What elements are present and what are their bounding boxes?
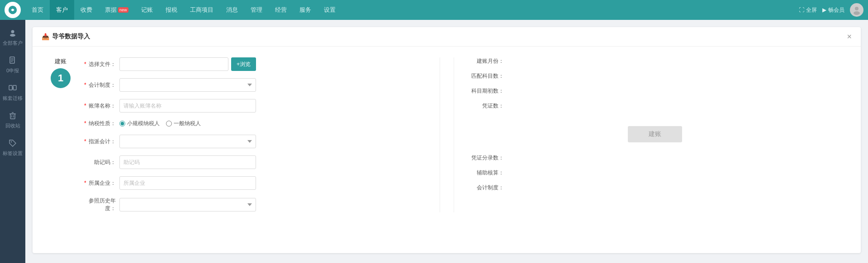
sidebar-label-declare: 0申报 bbox=[6, 67, 19, 74]
tax-type-row: * 纳税性质： 小规模纳税人 一般纳税人 bbox=[84, 120, 256, 127]
history-year-select[interactable] bbox=[119, 198, 256, 211]
radio-general-input[interactable] bbox=[166, 121, 172, 127]
dialog-title: 📥 导爷数据导入 bbox=[42, 33, 90, 41]
dialog-header: 📥 导爷数据导入 × bbox=[33, 27, 861, 47]
browse-button[interactable]: +浏览 bbox=[231, 57, 256, 71]
nav-business[interactable]: 工商项目 bbox=[184, 0, 220, 20]
company-input[interactable] bbox=[119, 176, 256, 190]
nav-customer[interactable]: 客户 bbox=[50, 0, 74, 20]
user-icon bbox=[8, 28, 18, 38]
sidebar-item-migrate[interactable]: 账套迁移 bbox=[0, 79, 25, 106]
info-label-month: 建账月份： bbox=[468, 57, 504, 65]
bookname-input[interactable] bbox=[119, 99, 256, 113]
build-btn-area: 建账 bbox=[468, 122, 843, 142]
sidebar-item-tags[interactable]: 标签设置 bbox=[0, 134, 25, 161]
memo-code-row: 助记码： bbox=[84, 155, 256, 169]
main-content: 📥 导爷数据导入 × 建账 1 bbox=[25, 20, 868, 263]
nav-operation[interactable]: 经营 bbox=[269, 0, 293, 20]
tag-icon bbox=[8, 138, 18, 148]
info-label-accounting-system: 会计制度： bbox=[468, 184, 504, 192]
nav-tax[interactable]: 报税 bbox=[159, 0, 184, 20]
assign-accountant-select[interactable] bbox=[119, 135, 256, 148]
svg-point-16 bbox=[11, 141, 12, 142]
sidebar-item-recycle[interactable]: 回收站 bbox=[0, 106, 25, 134]
accounting-system-select[interactable] bbox=[119, 78, 256, 92]
radio-general[interactable]: 一般纳税人 bbox=[166, 120, 201, 127]
info-label-initial: 科目期初数： bbox=[468, 87, 504, 95]
file-input-area: +浏览 bbox=[119, 57, 256, 71]
info-panel: 建账月份： 匹配科目数： 科目期初数： 凭证数： bbox=[454, 57, 843, 212]
nav-charge[interactable]: 收费 bbox=[74, 0, 99, 20]
assign-accountant-label: * 指派会计： bbox=[84, 138, 116, 146]
app-logo[interactable] bbox=[5, 2, 21, 18]
info-row-match: 匹配科目数： bbox=[468, 72, 843, 80]
assign-accountant-row: * 指派会计： bbox=[84, 135, 256, 148]
trash-icon bbox=[8, 111, 18, 121]
nav-invoice[interactable]: 票据 new bbox=[99, 0, 135, 20]
bookname-label: * 账簿名称： bbox=[84, 102, 116, 110]
accounting-system-row: * 会计制度： bbox=[84, 78, 256, 92]
form-fields: * 选择文件： +浏览 * 会计制度： bbox=[84, 57, 256, 212]
top-navigation: 首页 客户 收费 票据 new 记账 报税 工商项目 消息 管理 经营 服务 设… bbox=[0, 0, 868, 20]
dialog-card: 📥 导爷数据导入 × 建账 1 bbox=[33, 27, 861, 253]
memo-code-label: 助记码： bbox=[84, 159, 116, 166]
svg-rect-9 bbox=[9, 85, 12, 90]
required-star-5: * bbox=[84, 138, 86, 145]
form-panel: 建账 1 * 选择文件： +浏览 bbox=[51, 57, 426, 212]
avatar[interactable] bbox=[850, 3, 863, 17]
member-icon: ▶ bbox=[822, 7, 826, 13]
move-icon bbox=[8, 83, 18, 93]
dialog-title-text: 导爷数据导入 bbox=[52, 33, 90, 41]
accounting-system-label: * 会计制度： bbox=[84, 81, 116, 89]
radio-small-scale[interactable]: 小规模纳税人 bbox=[119, 120, 160, 127]
info-row-aux: 辅助核算： bbox=[468, 169, 843, 177]
sidebar-item-all-customers[interactable]: 全部客户 bbox=[0, 23, 25, 51]
step-label: 建账 bbox=[55, 57, 66, 66]
required-star-3: * bbox=[84, 103, 86, 109]
step-area: 建账 1 bbox=[51, 57, 71, 88]
file-icon bbox=[8, 56, 18, 66]
memo-code-input[interactable] bbox=[119, 155, 256, 169]
nav-bookkeeping[interactable]: 记账 bbox=[135, 0, 159, 20]
info-label-match: 匹配科目数： bbox=[468, 72, 504, 80]
sidebar-item-declare[interactable]: 0申报 bbox=[0, 51, 25, 79]
info-label-voucher: 凭证数： bbox=[468, 102, 504, 110]
svg-rect-10 bbox=[13, 85, 16, 90]
nav-manage[interactable]: 管理 bbox=[244, 0, 269, 20]
svg-rect-11 bbox=[10, 114, 15, 119]
sidebar-label-migrate: 账套迁移 bbox=[3, 95, 23, 102]
sidebar-label-customers: 全部客户 bbox=[3, 40, 23, 47]
info-row-accounting-system: 会计制度： bbox=[468, 184, 843, 192]
svg-point-2 bbox=[854, 11, 860, 15]
nav-menu: 首页 客户 收费 票据 new 记账 报税 工商项目 消息 管理 经营 服务 设… bbox=[25, 0, 799, 20]
new-badge: new bbox=[118, 7, 128, 13]
bookname-row: * 账簿名称： bbox=[84, 99, 256, 113]
info-row-voucher: 凭证数： bbox=[468, 102, 843, 110]
nav-home[interactable]: 首页 bbox=[25, 0, 50, 20]
svg-point-4 bbox=[10, 34, 15, 37]
radio-small-scale-input[interactable] bbox=[119, 121, 125, 127]
sidebar-label-recycle: 回收站 bbox=[5, 122, 20, 129]
required-star-4: * bbox=[84, 120, 86, 127]
nav-right-area: ⛶ 全屏 ▶ 畅会员 bbox=[799, 3, 863, 17]
info-row-initial: 科目期初数： bbox=[468, 87, 843, 95]
svg-point-3 bbox=[11, 30, 14, 33]
file-label: * 选择文件： bbox=[84, 61, 116, 68]
close-button[interactable]: × bbox=[847, 33, 852, 41]
member-label: 畅会员 bbox=[828, 6, 844, 14]
fullscreen-label: 全屏 bbox=[806, 6, 817, 14]
app-body: 全部客户 0申报 账套迁移 bbox=[0, 20, 868, 263]
info-label-aux: 辅助核算： bbox=[468, 169, 504, 177]
fullscreen-button[interactable]: ⛶ 全屏 bbox=[799, 6, 817, 14]
file-row: * 选择文件： +浏览 bbox=[84, 57, 256, 71]
nav-settings[interactable]: 设置 bbox=[318, 0, 342, 20]
required-star-6: * bbox=[84, 180, 86, 186]
build-account-button: 建账 bbox=[628, 126, 682, 142]
file-input[interactable] bbox=[119, 57, 228, 71]
nav-message[interactable]: 消息 bbox=[220, 0, 244, 20]
info-label-voucher-entries: 凭证分录数： bbox=[468, 154, 504, 162]
member-button[interactable]: ▶ 畅会员 bbox=[822, 6, 844, 14]
history-year-row: 参照历史年度： bbox=[84, 197, 256, 212]
nav-service[interactable]: 服务 bbox=[293, 0, 318, 20]
panel-divider bbox=[440, 57, 440, 212]
